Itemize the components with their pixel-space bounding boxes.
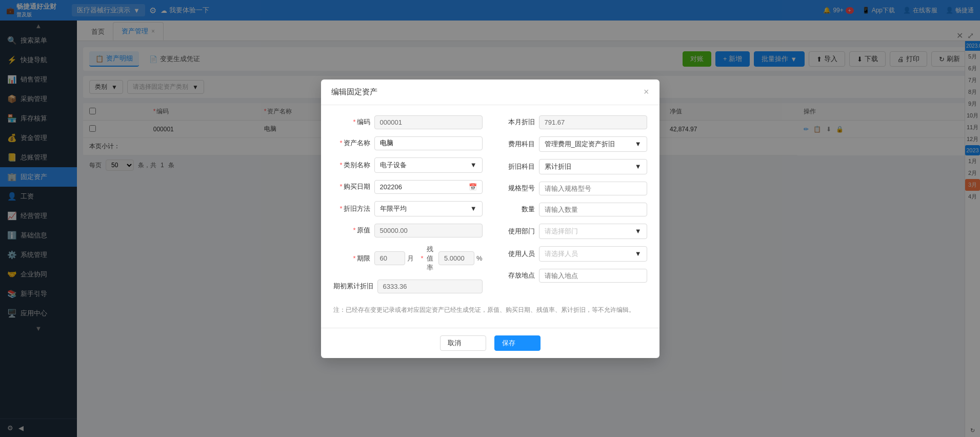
edit-asset-modal: 编辑固定资产 × *编码 *资产名称 [321,80,659,358]
form-grid: *编码 *资产名称 *类别名称 [333,115,647,301]
user-select[interactable]: 请选择人员 ▼ [539,246,647,262]
department-select[interactable]: 请选择部门 ▼ [539,224,647,239]
user-field-row: 使用人员 请选择人员 ▼ [498,246,647,262]
dep-subject-select[interactable]: 累计折旧 ▼ [539,159,647,174]
purchase-date-value: 202206 [380,183,469,191]
residual-rate-input[interactable] [438,251,474,265]
asset-name-input[interactable] [374,136,483,150]
save-label: 保存 [502,339,515,348]
calendar-icon: 📅 [469,183,477,191]
department-placeholder: 请选择部门 [545,227,578,236]
asset-name-label: *资产名称 [333,138,370,148]
spec-field-row: 规格型号 [498,182,647,195]
save-button[interactable]: 保存 [494,335,541,351]
chevron-down-icon: ▼ [470,161,477,169]
category-select[interactable]: 电子设备 ▼ [374,157,483,173]
period-label: *期限 [333,254,370,263]
expense-subject-select[interactable]: 管理费用_固定资产折旧 ▼ [539,136,647,152]
quantity-input[interactable] [539,203,647,216]
code-input[interactable] [374,115,483,129]
original-value-input[interactable] [374,224,483,237]
form-left: *编码 *资产名称 *类别名称 [333,115,483,301]
quantity-field-row: 数量 [498,203,647,216]
period-field-row: *期限 月 * 残值率 % [333,245,483,272]
chevron-down-icon: ▼ [635,140,642,148]
depreciation-method-label: *折旧方法 [333,204,370,213]
period-unit: 月 [407,254,414,263]
category-label-field: *类别名称 [333,161,370,170]
modal-footer: 取消 保存 [321,328,659,358]
initial-dep-label: 期初累计折旧 [333,282,373,291]
location-label: 存放地点 [498,271,535,280]
spec-label: 规格型号 [498,184,535,193]
user-placeholder: 请选择人员 [545,249,578,259]
cancel-label: 取消 [448,339,461,348]
original-value-field-row: *原值 [333,224,483,237]
purchase-date-input-wrap[interactable]: 202206 📅 [374,180,483,194]
expense-subject-field-row: 费用科目 管理费用_固定资产折旧 ▼ [498,136,647,152]
depreciation-method-select[interactable]: 年限平均 ▼ [374,201,483,216]
purchase-date-field-row: *购买日期 202206 📅 [333,180,483,194]
asset-name-field-row: *资产名称 [333,136,483,150]
department-label: 使用部门 [498,227,535,236]
modal-header: 编辑固定资产 × [321,80,659,105]
form-right: 本月折旧 费用科目 管理费用_固定资产折旧 ▼ [498,115,647,301]
category-field-row: *类别名称 电子设备 ▼ [333,157,483,173]
chevron-down-icon: ▼ [635,227,642,235]
location-field-row: 存放地点 [498,269,647,283]
spec-input[interactable] [539,182,647,195]
location-input[interactable] [539,269,647,283]
initial-dep-field-row: 期初累计折旧 [333,280,483,293]
monthly-dep-input[interactable] [539,115,647,129]
modal-overlay: 编辑固定资产 × *编码 *资产名称 [0,0,980,437]
chevron-down-icon: ▼ [470,205,477,212]
residual-rate-label: 残值率 [427,245,434,272]
chevron-down-icon: ▼ [635,163,642,170]
depreciation-method-field-row: *折旧方法 年限平均 ▼ [333,201,483,216]
expense-subject-label: 费用科目 [498,140,535,149]
code-label: *编码 [333,117,370,127]
dep-subject-value: 累计折旧 [545,162,571,171]
original-value-label: *原值 [333,226,370,235]
monthly-dep-field-row: 本月折旧 [498,115,647,129]
period-group: 月 * 残值率 % [374,245,483,272]
residual-rate-unit: % [476,254,483,262]
code-field-row: *编码 [333,115,483,129]
modal-title: 编辑固定资产 [331,87,377,97]
department-field-row: 使用部门 请选择部门 ▼ [498,224,647,239]
cancel-button[interactable]: 取消 [440,335,486,351]
period-input[interactable] [374,251,405,265]
category-select-value: 电子设备 [380,161,407,170]
chevron-down-icon: ▼ [635,250,642,257]
user-label: 使用人员 [498,249,535,259]
quantity-label: 数量 [498,205,535,214]
modal-note-text: 注：已经存在变更记录或者对应固定资产已经生成凭证，原值、购买日期、残值率、累计折… [333,306,635,313]
modal-close-button[interactable]: × [644,87,649,97]
purchase-date-label: *购买日期 [333,182,370,191]
dep-subject-label: 折旧科目 [498,162,535,171]
modal-body: *编码 *资产名称 *类别名称 [321,105,659,328]
modal-note: 注：已经存在变更记录或者对应固定资产已经生成凭证，原值、购买日期、残值率、累计折… [333,306,647,317]
initial-dep-input[interactable] [377,280,483,293]
expense-subject-value: 管理费用_固定资产折旧 [545,140,615,149]
depreciation-method-value: 年限平均 [380,204,407,213]
dep-subject-field-row: 折旧科目 累计折旧 ▼ [498,159,647,174]
monthly-dep-label: 本月折旧 [498,117,535,127]
